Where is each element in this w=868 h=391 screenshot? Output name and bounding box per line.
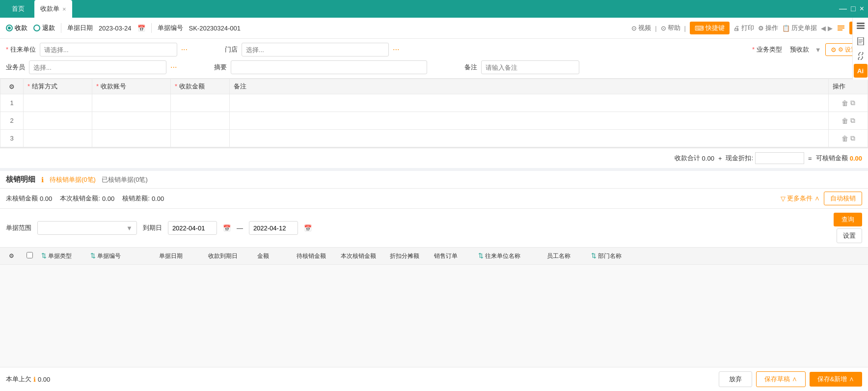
save-new-btn[interactable]: 保存&新增 ∧ [810, 372, 862, 387]
input-account-3[interactable] [92, 130, 170, 147]
svg-rect-6 [857, 28, 865, 29]
close-icon[interactable]: × [860, 4, 864, 13]
business-type-arrow[interactable]: ▼ [815, 46, 821, 54]
help-link[interactable]: ⊙ 帮助 [661, 24, 680, 32]
radio-receipt[interactable]: 收款 [6, 24, 27, 32]
maximize-icon[interactable]: □ [851, 4, 856, 13]
date-to-input[interactable] [249, 221, 298, 235]
salesperson-dots[interactable]: ··· [170, 63, 177, 72]
recon-table-header: ⚙ ⇅ 单据类型 ⇅ 单据编号 单据日期 收款到期日 金额 待核销金额 本次核销… [0, 247, 868, 265]
copy-row-1-icon[interactable]: ⧉ [850, 99, 855, 107]
right-sidebar: Ai [852, 18, 868, 80]
counterparty-input[interactable] [40, 43, 177, 56]
cell-amount-1[interactable] [171, 94, 230, 112]
counterparty-dots[interactable]: ··· [181, 45, 188, 54]
recon-gear-th[interactable]: ⚙ [6, 252, 24, 259]
salesperson-input[interactable] [29, 60, 166, 74]
input-account-2[interactable] [92, 112, 170, 129]
cell-ops-2: 🗑 ⧉ [829, 112, 868, 130]
row-num-2: 2 [0, 112, 24, 130]
history-link[interactable]: 📋 历史单据 [782, 24, 817, 32]
recon-checkbox-th[interactable] [24, 252, 38, 260]
date-from-input[interactable] [168, 221, 217, 235]
sidebar-link-icon[interactable] [854, 49, 868, 63]
abandon-btn[interactable]: 放弃 [719, 371, 752, 387]
cell-amount-2[interactable] [171, 112, 230, 130]
cell-account-2[interactable] [92, 112, 171, 130]
th-current-amount: 本次核销金额 [338, 252, 387, 260]
th-employee-name: 员工名称 [544, 252, 588, 260]
sidebar-doc-icon[interactable] [854, 34, 868, 48]
delete-row-1-icon[interactable]: 🗑 [841, 99, 848, 107]
date-from-icon[interactable]: 📅 [223, 224, 231, 232]
cell-account-1[interactable] [92, 94, 171, 112]
more-conditions-link[interactable]: ▽ 更多条件 ∧ [781, 194, 820, 203]
print-link[interactable]: 🖨 打印 [733, 24, 754, 32]
copy-row-3-icon[interactable]: ⧉ [850, 134, 855, 142]
tab-active[interactable]: 收款单 × [34, 0, 72, 18]
sidebar-table-icon[interactable] [854, 20, 868, 33]
input-account-1[interactable] [92, 94, 170, 112]
th-amount2: 金额 [254, 252, 294, 260]
th-doc-date: 单据日期 [156, 252, 205, 260]
remark-input[interactable] [481, 60, 579, 74]
input-remark-2[interactable] [230, 112, 828, 129]
diff-value: 0.00 [152, 195, 164, 202]
list-view-icon[interactable] [835, 22, 847, 34]
calendar-icon[interactable]: 📅 [137, 25, 145, 32]
store-dots[interactable]: ··· [393, 45, 399, 54]
pending-tab[interactable]: 待核销单据(0笔) [50, 175, 96, 184]
input-remark-3[interactable] [230, 130, 828, 147]
remark-label: 备注 [464, 63, 477, 72]
recon-info-icon[interactable]: ℹ [41, 176, 44, 184]
date-value[interactable]: 2023-03-24 [99, 25, 132, 32]
cell-settlement-3[interactable] [24, 130, 92, 147]
input-amount-3[interactable] [171, 130, 229, 147]
input-amount-2[interactable] [171, 112, 229, 129]
select-all-checkbox[interactable] [27, 252, 33, 258]
copy-row-2-icon[interactable]: ⧉ [850, 116, 855, 125]
operation-link[interactable]: ⚙ 操作 [758, 24, 778, 32]
sidebar-ai-icon[interactable]: Ai [854, 64, 868, 78]
input-remark-1[interactable] [230, 94, 828, 112]
summary-input[interactable] [231, 60, 427, 74]
delete-row-2-icon[interactable]: 🗑 [841, 117, 848, 125]
auto-recon-btn[interactable]: 自动核销 [824, 192, 862, 205]
th-amount: * 收款金额 [171, 79, 230, 94]
bottom-info-icon[interactable]: ℹ [33, 376, 36, 383]
cell-amount-3[interactable] [171, 130, 230, 147]
range-arrow[interactable]: ▼ [126, 224, 133, 232]
cell-remark-2[interactable] [230, 112, 829, 130]
cell-account-3[interactable] [92, 130, 171, 147]
business-type-value: 预收款 [786, 45, 813, 54]
tab-close-icon[interactable]: × [62, 5, 66, 13]
discount-input[interactable] [755, 152, 804, 164]
query-settings-btn[interactable]: 设置 [837, 228, 862, 243]
input-settlement-2[interactable] [24, 112, 92, 129]
delete-row-3-icon[interactable]: 🗑 [841, 135, 848, 142]
right-nav-icon[interactable]: ▶ [828, 25, 833, 32]
cell-remark-3[interactable] [230, 130, 829, 147]
svg-rect-4 [857, 23, 865, 24]
save-draft-btn[interactable]: 保存草稿 ∧ [756, 371, 806, 387]
input-amount-1[interactable] [171, 94, 229, 112]
cell-settlement-2[interactable] [24, 112, 92, 130]
table-gear-th[interactable]: ⚙ [0, 79, 24, 94]
range-input[interactable] [42, 224, 124, 232]
video-link[interactable]: ⊙ 视频 [631, 24, 651, 32]
store-input[interactable] [242, 43, 389, 56]
radio-refund[interactable]: 退款 [33, 24, 55, 32]
cell-remark-1[interactable] [230, 94, 829, 112]
save-draft-label: 保存草稿 ∧ [764, 375, 797, 384]
cell-settlement-1[interactable] [24, 94, 92, 112]
date-to-icon[interactable]: 📅 [304, 224, 312, 232]
input-settlement-1[interactable] [24, 94, 92, 112]
tab-home[interactable]: 首页 [4, 0, 32, 18]
left-nav-icon[interactable]: ◀ [821, 25, 826, 32]
input-settlement-3[interactable] [24, 130, 92, 147]
done-tab[interactable]: 已核销单据(0笔) [102, 175, 148, 184]
minimize-icon[interactable]: — [839, 4, 847, 13]
receipt-table: ⚙ * 结算方式 * 收款账号 * 收款金额 备注 操作 [0, 79, 868, 147]
shortcut-btn[interactable]: ⌨ 快捷键 [690, 22, 730, 34]
query-btn[interactable]: 查询 [834, 213, 862, 226]
